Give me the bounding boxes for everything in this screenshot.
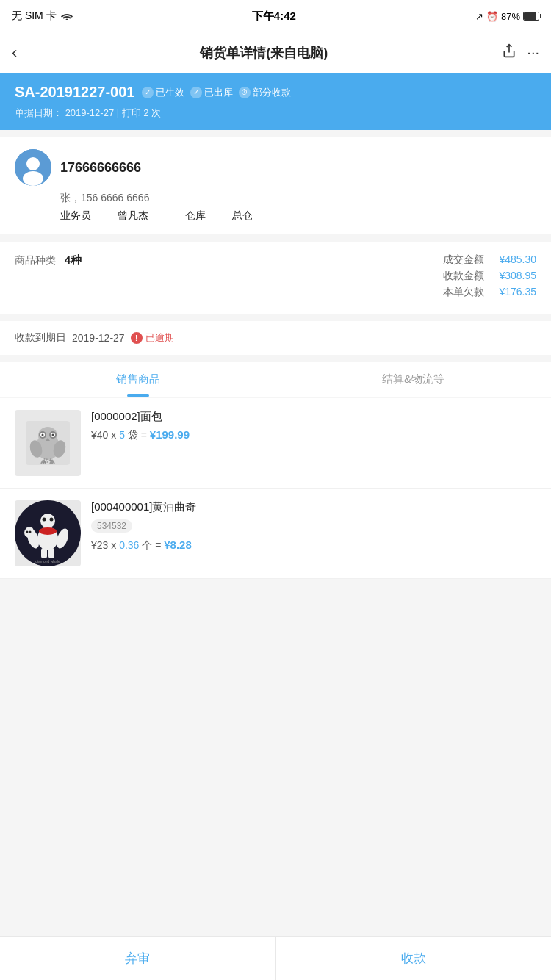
badge-partial: ⏱ 部分收款	[239, 86, 291, 99]
status-left: 无 SIM 卡	[12, 10, 73, 23]
product-name-1: [0000002]面包	[91, 410, 536, 424]
customer-name-phone: 张，156 6666 6666	[15, 192, 536, 205]
carrier-text: 无 SIM 卡	[12, 10, 57, 23]
svg-point-30	[39, 527, 57, 535]
svg-point-3	[23, 171, 43, 186]
product-placeholder-1: 店+	[15, 410, 81, 476]
collect-button[interactable]: 收款	[276, 937, 552, 980]
product-image-2: diamond whale	[15, 500, 81, 566]
svg-point-11	[42, 434, 44, 436]
price-total-2: ¥8.28	[164, 538, 192, 551]
tab-products[interactable]: 销售商品	[0, 362, 276, 397]
date-label: 单据日期：	[15, 107, 62, 118]
order-date: 2019-12-27	[65, 107, 115, 118]
amount-value: ¥485.30	[499, 253, 536, 267]
svg-point-32	[50, 518, 54, 522]
product-price-1: ¥40 x 5 袋 = ¥199.99	[91, 428, 536, 442]
product-item-1: 店+ [0000002]面包 ¥40 x 5 袋 = ¥199.99	[0, 398, 551, 489]
clock-icon: ⏱	[239, 87, 251, 98]
product-price-2: ¥23 x 0.36 个 = ¥8.28	[91, 538, 536, 552]
due-date: 2019-12-27	[72, 332, 125, 344]
customer-meta: 业务员 曾凡杰 仓库 总仓	[15, 209, 536, 223]
debt-value: ¥176.35	[499, 286, 536, 299]
badge-shipped: ✓ 已出库	[190, 86, 233, 99]
due-section: 收款到期日 2019-12-27 ! 已逾期	[0, 321, 551, 355]
alarm-icon: ⏰	[486, 11, 498, 22]
price-total-1: ¥199.99	[150, 428, 190, 441]
bottom-bar: 弃审 收款	[0, 936, 551, 980]
svg-point-31	[43, 518, 46, 522]
svg-point-37	[29, 531, 32, 533]
type-label: 商品种类	[15, 254, 56, 266]
price-multiply-2: x	[111, 539, 119, 551]
svg-point-36	[26, 531, 29, 533]
price-unit-2: 个	[142, 539, 152, 551]
customer-id: 17666666666	[60, 160, 141, 176]
svg-point-2	[26, 157, 40, 170]
type-value: 4种	[65, 253, 82, 266]
reject-button[interactable]: 弃审	[0, 937, 276, 980]
customer-row: 17666666666	[15, 149, 536, 186]
tabs-container: 销售商品 结算&物流等	[0, 362, 551, 397]
nav-actions: ···	[502, 43, 539, 62]
status-badges: ✓ 已生效 ✓ 已出库 ⏱ 部分收款	[142, 86, 291, 99]
more-button[interactable]: ···	[527, 44, 539, 61]
wifi-icon	[61, 10, 73, 22]
product-name-2: [000400001]黄油曲奇	[91, 500, 536, 514]
product-info-2: [000400001]黄油曲奇 534532 ¥23 x 0.36 个 = ¥8…	[91, 500, 536, 566]
price-equals-2: =	[155, 539, 164, 551]
products-section: 店+ [0000002]面包 ¥40 x 5 袋 = ¥199.99	[0, 398, 551, 579]
battery-icon	[523, 12, 539, 21]
amount-row: 成交金额 ¥485.30	[443, 253, 536, 267]
price-equals-1: =	[141, 429, 150, 441]
svg-rect-28	[41, 548, 47, 558]
header-sub: 单据日期： 2019-12-27 | 打印 2 次	[15, 107, 536, 120]
product-item-2: diamond whale [000400001]黄油曲奇 534532 ¥23…	[0, 489, 551, 579]
page-title: 销货单详情(来自电脑)	[26, 44, 502, 62]
nav-bar: ‹ 销货单详情(来自电脑) ···	[0, 32, 551, 73]
svg-point-24	[40, 514, 55, 528]
received-row: 收款金额 ¥308.95	[443, 270, 536, 283]
stats-left: 商品种类 4种	[15, 253, 82, 267]
location-icon: ↗	[475, 11, 483, 22]
check-icon-1: ✓	[142, 87, 154, 98]
stats-section: 商品种类 4种 成交金额 ¥485.30 收款金额 ¥308.95 本单欠款 ¥…	[0, 242, 551, 314]
customer-section: 17666666666 张，156 6666 6666 业务员 曾凡杰 仓库 总…	[0, 137, 551, 234]
share-button[interactable]	[502, 43, 516, 62]
amount-label: 成交金额	[443, 253, 484, 267]
debt-row: 本单欠款 ¥176.35	[443, 286, 536, 299]
product-sku-2: 534532	[91, 519, 132, 533]
stats-right: 成交金额 ¥485.30 收款金额 ¥308.95 本单欠款 ¥176.35	[443, 253, 536, 302]
warehouse-label: 仓库	[185, 209, 206, 223]
price-qty-2: 0.36	[119, 539, 139, 551]
back-button[interactable]: ‹	[12, 43, 17, 62]
badge-effective: ✓ 已生效	[142, 86, 184, 99]
price-unit-1: 袋	[128, 429, 138, 441]
status-bar: 无 SIM 卡 下午4:42 ↗ ⏰ 87%	[0, 0, 551, 32]
overdue-badge: ! 已逾期	[131, 331, 174, 345]
price-qty-1: 5	[119, 429, 125, 441]
product-info-1: [0000002]面包 ¥40 x 5 袋 = ¥199.99	[91, 410, 536, 476]
print-info: | 打印 2 次	[117, 107, 161, 118]
tab-settlement[interactable]: 结算&物流等	[276, 362, 551, 397]
warehouse-value: 总仓	[232, 209, 253, 223]
check-icon-2: ✓	[190, 87, 202, 98]
price-base-2: ¥23	[91, 539, 108, 551]
price-base-1: ¥40	[91, 429, 108, 441]
price-multiply-1: x	[111, 429, 119, 441]
svg-rect-29	[48, 548, 54, 558]
avatar	[15, 149, 51, 186]
received-value: ¥308.95	[499, 270, 536, 283]
status-right: ↗ ⏰ 87%	[475, 11, 539, 22]
salesperson-value: 曾凡杰	[118, 209, 148, 223]
debt-label: 本单欠款	[443, 286, 484, 299]
salesperson-label: 业务员	[60, 209, 91, 223]
received-label: 收款金额	[443, 270, 484, 283]
svg-text:diamond whale: diamond whale	[35, 559, 60, 563]
overdue-icon: !	[131, 332, 143, 344]
due-label: 收款到期日	[15, 331, 66, 345]
product-image-1: 店+	[15, 410, 81, 476]
order-id: SA-20191227-001	[15, 84, 134, 101]
svg-point-12	[52, 434, 54, 436]
overdue-text: 已逾期	[145, 331, 174, 345]
